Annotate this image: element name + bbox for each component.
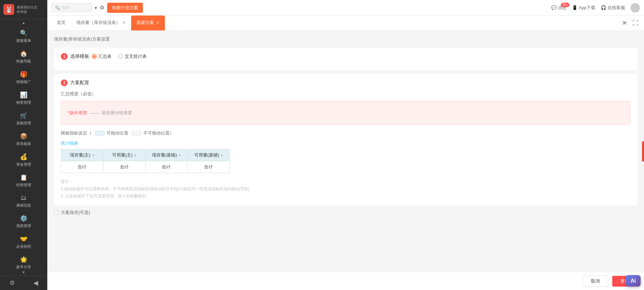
sidebar-scroll-down[interactable]: ▼	[0, 269, 47, 275]
search-box[interactable]: 🔍 搜索	[51, 3, 92, 12]
bottom-bar: 取消 查询	[47, 272, 644, 290]
stat-col-3-header[interactable]: 可用量(基辅) ▾	[188, 149, 229, 161]
save-option-label: 方案保存(可选)	[61, 210, 90, 216]
sidebar-nav: 🔍 搜索菜单 🏠 快捷导航 🎁 营销推广 📊 销售管理 🛒 采购管理 📦 库存核…	[0, 26, 47, 269]
tab-close-inventory[interactable]: ✕	[122, 20, 126, 25]
sidebar-item-basic[interactable]: 🗂 基础信息	[0, 191, 47, 211]
stat-col-1: 可用量(主) ▾ 合计	[103, 149, 146, 173]
close-window-icon[interactable]: ✕	[621, 18, 628, 28]
sidebar-item-system[interactable]: ⚙️ 系统管理	[0, 211, 47, 232]
tips-area: 提示： 1.拖动标题栏可以调整布局，不可跨维度或指标区域拖动栏目字段(只能在同一…	[61, 178, 630, 200]
message-icon: 💬	[551, 5, 556, 10]
section2-header: 2 方案配置	[61, 79, 630, 86]
sidebar-item-nav[interactable]: 🏠 快捷导航	[0, 47, 47, 67]
chevron-0-icon: ▾	[93, 153, 94, 157]
save-checkbox[interactable]	[54, 210, 59, 215]
purchase-icon: 🛒	[20, 112, 27, 119]
dimension-dash: ——	[90, 111, 99, 116]
radio-summary-table[interactable]: 汇总表	[92, 53, 112, 59]
main-area: 🔍 搜索 ▾ ⚙ 体验行业方案 💬 消息 99+ 📱 App下载 🎧 在线客服	[47, 0, 644, 290]
chevron-1-icon: ▾	[134, 153, 136, 157]
tab-inventory-status[interactable]: 现存量（库存状况表） ✕	[71, 16, 131, 30]
stat-col-2-header[interactable]: 现存量(基辅) ▾	[146, 149, 188, 161]
right-edge-indicator	[642, 141, 644, 162]
stat-col-3-body: 合计	[188, 161, 229, 173]
section1-num: 1	[61, 53, 68, 60]
section-config: 2 方案配置 汇总维度（必选） *纵向维度 —— 请选择分组维度 模板指标设定（…	[54, 74, 637, 206]
tabs-bar: 首页 现存量（库存状况表） ✕ 新建方案 ✕ ✕ ⛶	[47, 16, 644, 31]
page-title: 现存量(库存状况表)方案设置	[54, 36, 637, 42]
sales-icon: 📊	[20, 91, 27, 99]
legend-non-draggable: 不可拖动位置）	[132, 130, 174, 136]
chevron-3-icon: ▾	[221, 153, 223, 157]
section2-num: 2	[61, 79, 68, 86]
inventory-icon: 📦	[20, 132, 27, 140]
tab-home[interactable]: 首页	[51, 16, 71, 30]
stat-col-1-body: 合计	[103, 161, 145, 173]
sidebar-scroll-up[interactable]: ▲	[0, 19, 47, 26]
stat-col-3: 可用量(基辅) ▾ 合计	[188, 149, 229, 173]
message-button[interactable]: 💬 消息 99+	[551, 5, 567, 11]
dimension-required-text: *纵向维度	[68, 110, 87, 116]
phone-icon: 📱	[572, 5, 577, 10]
radio-cross-table[interactable]: 交叉统计表	[118, 53, 147, 59]
summary-dim-label: 汇总维度（必选）	[61, 91, 630, 97]
sidebar: 🐰 畅康通好生意 标准版 ▲ 🔍 搜索菜单 🏠 快捷导航 🎁 营销推广 📊 销售…	[0, 0, 47, 290]
sidebar-item-purchase[interactable]: 🛒 采购管理	[0, 108, 47, 129]
collapse-icon[interactable]: ◀	[33, 279, 38, 287]
template-radio-group: 汇总表 交叉统计表	[92, 53, 147, 59]
stat-col-1-header[interactable]: 可用量(主) ▾	[103, 149, 145, 161]
logo-icon: 🐰	[3, 4, 14, 15]
sidebar-item-search[interactable]: 🔍 搜索菜单	[0, 26, 47, 47]
user-avatar[interactable]	[630, 3, 640, 13]
expand-icon[interactable]: ⛶	[631, 18, 640, 28]
legend-draggable: 可拖动位置	[95, 130, 128, 136]
ai-button[interactable]: Ai	[626, 275, 641, 287]
dropdown-icon[interactable]: ▾	[95, 5, 97, 10]
sidebar-item-marketing[interactable]: 🎁 营销推广	[0, 67, 47, 88]
dimension-placeholder: 请选择分组维度	[101, 110, 132, 116]
trial-button[interactable]: 体验行业方案	[107, 3, 143, 13]
marketing-icon: 🎁	[20, 71, 27, 78]
dimension-area[interactable]: *纵向维度 —— 请选择分组维度	[61, 101, 630, 125]
stat-col-0-header[interactable]: 现存量(主) ▾	[61, 149, 103, 161]
online-service-button[interactable]: 🎧 在线客服	[601, 5, 625, 11]
draggable-legend-box	[95, 131, 104, 136]
headset-icon: 🎧	[601, 5, 606, 10]
gear-icon[interactable]: ⚙	[100, 4, 104, 11]
sidebar-item-operation[interactable]: 📋 经营管理	[0, 170, 47, 191]
cancel-button[interactable]: 取消	[583, 275, 608, 287]
topbar: 🔍 搜索 ▾ ⚙ 体验行业方案 💬 消息 99+ 📱 App下载 🎧 在线客服	[47, 0, 644, 16]
system-icon: ⚙️	[20, 215, 27, 222]
sidebar-item-finance[interactable]: 💰 资金管理	[0, 150, 47, 170]
finance-icon: 💰	[20, 153, 27, 161]
sidebar-bottom: ⚙ ◀	[0, 275, 47, 290]
sidebar-item-corp[interactable]: 🤝 企业协同	[0, 232, 47, 252]
stat-table: 现存量(主) ▾ 合计 可用量(主) ▾ 合计	[61, 149, 230, 173]
topbar-right: 💬 消息 99+ 📱 App下载 🎧 在线客服	[551, 3, 640, 13]
stat-table-header: 现存量(主) ▾ 合计 可用量(主) ▾ 合计	[61, 149, 229, 173]
sidebar-item-inventory[interactable]: 📦 库存核算	[0, 129, 47, 150]
nav-icon: 🏠	[20, 50, 27, 57]
tab-new-scheme[interactable]: 新建方案 ✕	[131, 16, 165, 30]
save-option: 方案保存(可选)	[54, 210, 637, 216]
search-icon: 🔍	[55, 5, 60, 10]
chevron-2-icon: ▾	[179, 153, 181, 157]
stat-table-label: 统计指标	[61, 140, 630, 146]
stat-col-2: 现存量(基辅) ▾ 合计	[146, 149, 188, 173]
tab-close-new-scheme[interactable]: ✕	[156, 20, 159, 25]
radio-summary-indicator	[92, 54, 97, 59]
section1-header: 1 选择模板 汇总表 交叉统计表	[61, 53, 630, 60]
section2-title: 方案配置	[70, 80, 89, 86]
app-download-button[interactable]: 📱 App下载	[572, 5, 595, 11]
radio-cross-indicator	[118, 54, 123, 59]
stat-col-0: 现存量(主) ▾ 合计	[61, 149, 103, 173]
search-menu-icon: 🔍	[20, 29, 27, 37]
sidebar-item-sales[interactable]: 📊 销售管理	[0, 88, 47, 108]
section1-title: 选择模板	[70, 53, 89, 59]
stat-col-2-body: 合计	[146, 161, 188, 173]
tabs-actions: ✕ ⛶	[621, 18, 640, 28]
indicator-settings: 模板指标设定（ 可拖动位置 不可拖动位置）	[61, 130, 630, 136]
settings-icon[interactable]: ⚙	[9, 279, 15, 287]
sidebar-item-guide[interactable]: 🌟 新手引导	[0, 252, 47, 269]
